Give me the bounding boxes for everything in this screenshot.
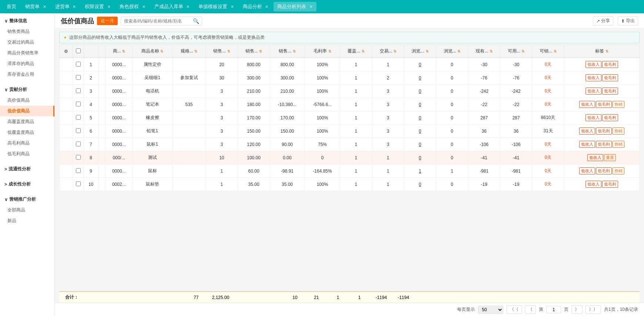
close-icon[interactable]: ✕: [186, 4, 189, 9]
check-all-checkbox[interactable]: [76, 48, 81, 53]
sidebar-group-title-flow[interactable]: > 流通性分析: [0, 164, 54, 174]
row-view1-cell[interactable]: 0: [404, 98, 436, 111]
last-page-button[interactable]: 〉〉: [586, 305, 601, 314]
sidebar-item-high-margin[interactable]: 高毛利商品: [0, 138, 54, 149]
row-check-cell[interactable]: [73, 164, 84, 178]
close-icon[interactable]: ✕: [309, 4, 313, 9]
nav-product-in[interactable]: 产成品入库单 ✕: [151, 2, 194, 11]
col-code[interactable]: 商... ⇅: [105, 45, 133, 58]
per-page-select[interactable]: 50 100 200: [478, 306, 503, 314]
share-button[interactable]: ↗ 分享: [593, 16, 613, 26]
row-view1-cell[interactable]: 0: [404, 125, 436, 138]
sidebar-item-high-cover[interactable]: 高覆盖度商品: [0, 116, 54, 127]
row-view1-cell[interactable]: 1: [404, 164, 436, 178]
col-sale-cost[interactable]: 销售... ⇅: [270, 45, 305, 58]
view1-cell[interactable]: 0: [419, 75, 422, 81]
row-check2-cell[interactable]: [98, 58, 105, 71]
row-view1-cell[interactable]: 0: [404, 178, 436, 191]
first-page-button[interactable]: 〈〈: [506, 305, 522, 314]
row-view1-cell[interactable]: 0: [404, 151, 436, 164]
row-checkbox[interactable]: [76, 181, 81, 186]
col-name[interactable]: 商品名称 ⇅: [133, 45, 172, 58]
col-sell[interactable]: 可销... ⇅: [532, 45, 564, 58]
sidebar-item-category-sale-rate[interactable]: 商品分类销售率: [0, 48, 54, 58]
row-check-cell[interactable]: [73, 138, 84, 151]
row-view1-cell[interactable]: 0: [404, 58, 436, 71]
row-check2-cell[interactable]: [98, 111, 105, 125]
view1-cell[interactable]: 0: [419, 155, 422, 160]
col-view2[interactable]: 浏览... ⇅: [436, 45, 468, 58]
row-check-cell[interactable]: [73, 178, 84, 191]
sidebar-item-sale-goods[interactable]: 销售类商品: [0, 26, 54, 37]
col-spec[interactable]: 规格... ⇅: [172, 45, 205, 58]
sidebar-item-low-margin[interactable]: 低毛利商品: [0, 149, 54, 159]
row-check2-cell[interactable]: [98, 138, 105, 151]
table-wrapper[interactable]: ⚙ 商... ⇅ 商品名称 ⇅ 规格... ⇅ 销售... ⇅ 销售... ⇅ …: [59, 45, 640, 291]
sidebar-item-stock-capital[interactable]: 库存资金占用: [0, 69, 54, 80]
row-checkbox[interactable]: [76, 62, 81, 67]
row-check-cell[interactable]: [73, 71, 84, 85]
search-icon[interactable]: 🔍: [193, 18, 199, 24]
col-check-all[interactable]: [73, 45, 84, 58]
view1-cell[interactable]: 0: [419, 89, 422, 94]
nav-home[interactable]: 首页: [3, 2, 20, 11]
next-page-button[interactable]: 〉: [571, 305, 583, 314]
sidebar-item-slow-goods[interactable]: 滞库存的商品: [0, 58, 54, 69]
close-icon[interactable]: ✕: [265, 4, 268, 9]
col-avail[interactable]: 可用... ⇅: [500, 45, 532, 58]
nav-role[interactable]: 角色授权 ✕: [116, 2, 149, 11]
sidebar-group-title-overall[interactable]: ∨ 整体信息: [0, 16, 54, 26]
row-view1-cell[interactable]: 0: [404, 138, 436, 151]
col-stock[interactable]: 现有... ⇅: [468, 45, 500, 58]
view1-cell[interactable]: 1: [419, 169, 422, 174]
sidebar-item-low-cover[interactable]: 低覆盖度商品: [0, 127, 54, 138]
nav-purchase[interactable]: 进货单 ✕: [51, 2, 80, 11]
row-check-cell[interactable]: [73, 58, 84, 71]
view1-cell[interactable]: 0: [419, 182, 422, 187]
row-check-cell[interactable]: [73, 125, 84, 138]
row-view1-cell[interactable]: 0: [404, 85, 436, 98]
row-checkbox[interactable]: [76, 102, 81, 106]
nav-sales[interactable]: 销货单 ✕: [21, 2, 50, 11]
row-checkbox[interactable]: [76, 128, 81, 133]
col-gear[interactable]: ⚙: [60, 45, 73, 58]
row-check-cell[interactable]: [73, 98, 84, 111]
prev-page-button[interactable]: 〈: [525, 305, 536, 314]
row-check2-cell[interactable]: [98, 178, 105, 191]
sidebar-item-new-goods[interactable]: 新品: [0, 215, 54, 226]
col-gross-rate[interactable]: 毛利率 ⇅: [305, 45, 340, 58]
view1-cell[interactable]: 0: [419, 129, 422, 134]
close-icon[interactable]: ✕: [43, 4, 46, 9]
row-check2-cell[interactable]: [98, 85, 105, 98]
export-button[interactable]: ⬆ 导出: [618, 16, 638, 26]
row-check2-cell[interactable]: [98, 98, 105, 111]
view1-cell[interactable]: 0: [419, 102, 422, 107]
row-check-cell[interactable]: [73, 111, 84, 125]
col-view1[interactable]: 浏览... ⇅: [404, 45, 436, 58]
nav-analysis[interactable]: 商品分析 ✕: [239, 2, 272, 11]
row-check-cell[interactable]: [73, 151, 84, 164]
nav-analysis-list[interactable]: 商品分析列表 ✕: [274, 2, 316, 11]
row-view1-cell[interactable]: 0: [404, 111, 436, 125]
sidebar-item-all-goods[interactable]: 全部商品: [0, 205, 54, 215]
row-view1-cell[interactable]: 0: [404, 71, 436, 85]
view1-cell[interactable]: 0: [419, 62, 422, 67]
view1-cell[interactable]: 0: [419, 142, 422, 147]
search-input[interactable]: [121, 17, 202, 26]
close-icon[interactable]: ✕: [107, 4, 111, 9]
nav-template[interactable]: 单据模板设置 ✕: [195, 2, 238, 11]
close-icon[interactable]: ✕: [142, 4, 145, 9]
filter-recent-month-button[interactable]: 近一月: [97, 17, 118, 25]
row-check2-cell[interactable]: [98, 125, 105, 138]
row-check-cell[interactable]: [73, 85, 84, 98]
row-checkbox[interactable]: [76, 75, 81, 80]
col-sale-amt[interactable]: 销售... ⇅: [238, 45, 270, 58]
sidebar-group-title-contribution[interactable]: ∨ 贡献分析: [0, 84, 54, 95]
row-checkbox[interactable]: [76, 168, 81, 173]
sidebar-item-traded-goods[interactable]: 交易过的商品: [0, 37, 54, 48]
row-check2-cell[interactable]: [98, 151, 105, 164]
close-icon[interactable]: ✕: [73, 4, 76, 9]
row-checkbox[interactable]: [76, 88, 81, 93]
col-cover[interactable]: 覆盖... ⇅: [340, 45, 372, 58]
sidebar-group-title-marketing[interactable]: ∨ 营销推广分析: [0, 194, 54, 205]
